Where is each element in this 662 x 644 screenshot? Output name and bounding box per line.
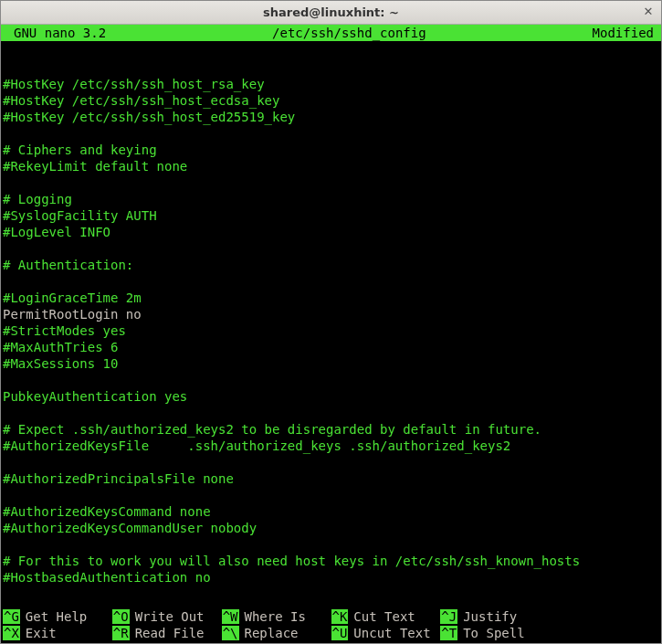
shortcut-key: ^J xyxy=(440,609,457,624)
editor-line[interactable]: #MaxAuthTries 6 xyxy=(3,339,661,355)
editor-line[interactable]: #StrictModes yes xyxy=(3,322,661,339)
nano-status: Modified xyxy=(593,25,659,41)
shortcut-desc: Uncut Text xyxy=(348,626,430,640)
shortcut-desc: Read File xyxy=(130,626,205,640)
shortcut-item: ^\Replace xyxy=(222,625,331,641)
shortcut-desc: Exit xyxy=(20,626,57,640)
editor-line[interactable]: # Authentication: xyxy=(3,257,661,273)
shortcut-desc: Where Is xyxy=(239,609,306,624)
shortcut-desc: Get Help xyxy=(20,609,87,624)
editor-line[interactable] xyxy=(3,240,661,257)
editor-line[interactable]: # Expect .ssh/authorized_keys2 to be dis… xyxy=(3,421,661,438)
editor-line[interactable] xyxy=(3,536,661,553)
shortcut-item: ^OWrite Out xyxy=(112,608,222,625)
editor-line[interactable]: #AuthorizedPrincipalsFile none xyxy=(3,470,661,487)
editor-line[interactable]: #SyslogFacility AUTH xyxy=(3,207,661,224)
editor-line[interactable] xyxy=(3,174,661,191)
shortcut-desc: Justify xyxy=(457,609,517,624)
editor-line[interactable]: #AuthorizedKeysCommandUser nobody xyxy=(3,520,661,536)
editor-line[interactable]: #AuthorizedKeysFile .ssh/authorized_keys… xyxy=(3,438,661,454)
nano-file-path: /etc/ssh/sshd_config xyxy=(106,25,592,41)
shortcut-item: ^TTo Spell xyxy=(440,625,550,641)
shortcut-bar: ^GGet Help^OWrite Out^WWhere Is^KCut Tex… xyxy=(1,608,661,643)
editor-line[interactable] xyxy=(3,372,661,388)
shortcut-key: ^W xyxy=(222,609,239,624)
window-titlebar[interactable]: shared@linuxhint: ~ ✕ xyxy=(1,1,661,25)
shortcut-item: ^GGet Help xyxy=(3,608,112,625)
shortcut-key: ^X xyxy=(3,626,20,640)
shortcut-item xyxy=(550,608,659,625)
shortcut-key: ^R xyxy=(112,626,130,640)
editor-line[interactable]: #MaxSessions 10 xyxy=(3,355,661,372)
editor-line[interactable]: #HostKey /etc/ssh/ssh_host_rsa_key xyxy=(3,76,661,92)
editor-line[interactable]: #LoginGraceTime 2m xyxy=(3,290,661,306)
nano-version: GNU nano 3.2 xyxy=(3,25,106,41)
shortcut-desc: Cut Text xyxy=(348,609,415,624)
shortcut-key: ^G xyxy=(3,609,20,624)
nano-header-bar: GNU nano 3.2 /etc/ssh/sshd_config Modifi… xyxy=(1,25,661,41)
editor-line[interactable] xyxy=(3,273,661,290)
editor-line[interactable] xyxy=(3,59,661,76)
editor-line[interactable] xyxy=(3,125,661,142)
editor-line[interactable]: PermitRootLogin no xyxy=(3,306,661,322)
shortcut-key: ^T xyxy=(440,626,457,640)
editor-line[interactable]: #HostKey /etc/ssh/ssh_host_ed25519_key xyxy=(3,109,661,125)
shortcut-item xyxy=(550,625,659,641)
shortcut-item: ^RRead File xyxy=(112,625,222,641)
editor-line[interactable] xyxy=(3,487,661,503)
editor-line[interactable] xyxy=(3,405,661,421)
shortcut-item: ^KCut Text xyxy=(331,608,441,625)
editor-line[interactable]: PubkeyAuthentication yes xyxy=(3,388,661,405)
editor-line[interactable]: #LogLevel INFO xyxy=(3,224,661,240)
editor-line[interactable]: #HostbasedAuthentication no xyxy=(3,569,661,586)
shortcut-key: ^K xyxy=(331,609,349,624)
shortcut-desc: Replace xyxy=(239,626,299,640)
shortcut-desc: Write Out xyxy=(130,609,205,624)
editor-line[interactable]: #HostKey /etc/ssh/ssh_host_ecdsa_key xyxy=(3,92,661,109)
close-icon[interactable]: ✕ xyxy=(641,5,656,19)
editor-content[interactable]: #HostKey /etc/ssh/ssh_host_rsa_key#HostK… xyxy=(1,41,661,608)
terminal-area[interactable]: GNU nano 3.2 /etc/ssh/sshd_config Modifi… xyxy=(1,25,661,643)
editor-line[interactable]: # Logging xyxy=(3,191,661,207)
window-title: shared@linuxhint: ~ xyxy=(263,5,399,19)
shortcut-item: ^WWhere Is xyxy=(222,608,331,625)
shortcut-item: ^XExit xyxy=(3,625,112,641)
editor-line[interactable]: # Ciphers and keying xyxy=(3,142,661,158)
shortcut-key: ^\ xyxy=(222,626,239,640)
shortcut-key: ^U xyxy=(331,626,349,640)
shortcut-item: ^JJustify xyxy=(440,608,550,625)
terminal-window: shared@linuxhint: ~ ✕ GNU nano 3.2 /etc/… xyxy=(0,0,662,644)
editor-line[interactable]: #AuthorizedKeysCommand none xyxy=(3,503,661,520)
editor-line[interactable]: # For this to work you will also need ho… xyxy=(3,553,661,569)
shortcut-key: ^O xyxy=(112,609,130,624)
editor-line[interactable] xyxy=(3,43,661,59)
shortcut-desc: To Spell xyxy=(457,626,524,640)
editor-line[interactable]: #RekeyLimit default none xyxy=(3,158,661,174)
shortcut-item: ^UUncut Text xyxy=(331,625,441,641)
editor-line[interactable] xyxy=(3,454,661,470)
